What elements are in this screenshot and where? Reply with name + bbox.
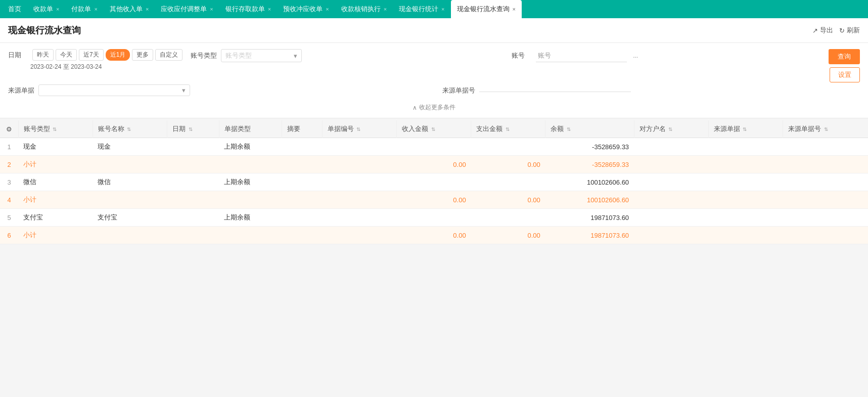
close-icon[interactable]: × <box>210 6 213 12</box>
account-type-group: 账号类型 账号类型 ▾ <box>191 49 499 62</box>
cell-income: 0.00 <box>396 156 471 173</box>
source-bill-group: 来源单据 ▾ <box>8 84 426 96</box>
cell-index: 3 <box>0 173 18 191</box>
nav-label-receipt: 收款单 <box>33 5 53 14</box>
date-range-display: 2023-02-24 至 2023-03-24 <box>30 63 102 70</box>
cell-summary <box>282 138 322 156</box>
table-row[interactable]: 1现金现金上期余额-3528659.33 <box>0 138 868 156</box>
sort-icon: ⇅ <box>567 126 571 132</box>
nav-item-ar-adjust[interactable]: 应收应付调整单 × <box>155 0 219 18</box>
table-row[interactable]: 4小计0.000.00100102606.60 <box>0 191 868 209</box>
nav-label-other-income: 其他收入单 <box>110 5 143 14</box>
more-icon[interactable]: ... <box>633 52 638 59</box>
nav-label-payment: 付款单 <box>71 5 91 14</box>
nav-item-bank-transfer[interactable]: 银行存取款单 × <box>219 0 277 18</box>
th-income[interactable]: 收入金额 ⇅ <box>396 120 471 138</box>
nav-label-ar-adjust: 应收应付调整单 <box>161 5 207 14</box>
cell-expense <box>471 138 545 156</box>
date-btn-more[interactable]: 更多 <box>132 49 153 61</box>
th-account-name[interactable]: 账号名称 ⇅ <box>93 120 167 138</box>
cell-account_type: 小计 <box>18 191 93 209</box>
nav-label-flow-query: 现金银行流水查询 <box>457 5 510 14</box>
close-icon[interactable]: × <box>268 6 271 12</box>
nav-item-home[interactable]: 首页 <box>2 0 27 18</box>
nav-item-flow-query[interactable]: 现金银行流水查询 × <box>451 0 522 18</box>
cell-balance: 100102606.60 <box>545 173 634 191</box>
close-icon[interactable]: × <box>513 6 516 12</box>
query-button[interactable]: 查询 <box>829 49 860 64</box>
date-btn-1month[interactable]: 近1月 <box>106 49 130 61</box>
cell-bill_type: 上期余额 <box>219 173 282 191</box>
close-icon[interactable]: × <box>56 6 59 12</box>
table-body: 1现金现金上期余额-3528659.332小计0.000.00-3528659.… <box>0 138 868 244</box>
cell-date <box>167 173 219 191</box>
table-row[interactable]: 6小计0.000.0019871073.60 <box>0 227 868 244</box>
account-type-select[interactable]: 账号类型 ▾ <box>221 49 302 62</box>
account-input[interactable]: 账号 <box>536 50 627 62</box>
close-icon[interactable]: × <box>384 6 387 12</box>
close-icon[interactable]: × <box>441 6 444 12</box>
close-icon[interactable]: × <box>146 6 149 12</box>
cell-bill_no <box>322 138 396 156</box>
cell-balance: 19871073.60 <box>545 227 634 244</box>
date-btn-custom[interactable]: 自定义 <box>155 49 182 61</box>
th-counterpart[interactable]: 对方户名 ⇅ <box>634 120 708 138</box>
th-date[interactable]: 日期 ⇅ <box>167 120 219 138</box>
collapse-button[interactable]: ∧ 收起更多条件 <box>8 101 860 114</box>
table-row[interactable]: 2小计0.000.00-3528659.33 <box>0 156 868 173</box>
table-row[interactable]: 5支付宝支付宝上期余额19871073.60 <box>0 209 868 227</box>
th-source-bill-no[interactable]: 来源单据号 ⇅ <box>783 120 868 138</box>
th-balance[interactable]: 余额 ⇅ <box>545 120 634 138</box>
th-account-type[interactable]: 账号类型 ⇅ <box>18 120 93 138</box>
sort-icon: ⇅ <box>356 126 360 132</box>
cell-account_name: 微信 <box>93 173 167 191</box>
th-bill-type[interactable]: 单据类型 <box>219 120 282 138</box>
table-row[interactable]: 3微信微信上期余额100102606.60 <box>0 173 868 191</box>
th-bill-type-label: 单据类型 <box>224 125 251 133</box>
cell-counterpart <box>634 173 708 191</box>
cell-counterpart <box>634 209 708 227</box>
cell-account_type: 小计 <box>18 227 93 244</box>
source-bill-no-input[interactable] <box>479 89 631 92</box>
close-icon[interactable]: × <box>326 6 329 12</box>
th-expense-label: 支出金额 <box>476 125 502 133</box>
nav-item-receipt[interactable]: 收款单 × <box>27 0 65 18</box>
filter-top-row: 日期 昨天 今天 近7天 近1月 更多 自定义 2023-02-24 至 202… <box>8 49 860 82</box>
date-btn-yesterday[interactable]: 昨天 <box>32 49 54 61</box>
setting-button[interactable]: 设置 <box>830 67 860 82</box>
cell-source_bill_no <box>783 227 868 244</box>
cell-date <box>167 227 219 244</box>
cell-income <box>396 209 471 227</box>
cell-bill_no <box>322 173 396 191</box>
th-bill-no[interactable]: 单据编号 ⇅ <box>322 120 396 138</box>
refresh-button[interactable]: ↻ 刷新 <box>839 26 860 35</box>
cell-index: 2 <box>0 156 18 173</box>
cell-expense <box>471 209 545 227</box>
sort-icon: ⇅ <box>506 126 510 132</box>
cell-bill_type <box>219 156 282 173</box>
th-settings[interactable]: ⚙ <box>0 120 18 138</box>
cell-source_bill <box>708 156 783 173</box>
cell-account_name <box>93 191 167 209</box>
cell-expense: 0.00 <box>471 227 545 244</box>
export-button[interactable]: ↗ 导出 <box>812 26 833 35</box>
nav-item-verify[interactable]: 收款核销执行 × <box>335 0 393 18</box>
header-actions: ↗ 导出 ↻ 刷新 <box>812 26 860 35</box>
date-btn-7days[interactable]: 近7天 <box>79 49 104 61</box>
nav-item-statistics[interactable]: 现金银行统计 × <box>393 0 450 18</box>
cell-bill_no <box>322 209 396 227</box>
date-btn-today[interactable]: 今天 <box>56 49 77 61</box>
th-expense[interactable]: 支出金额 ⇅ <box>471 120 545 138</box>
th-source-bill[interactable]: 来源单据 ⇅ <box>708 120 783 138</box>
nav-item-payment[interactable]: 付款单 × <box>65 0 103 18</box>
th-summary[interactable]: 摘要 <box>282 120 322 138</box>
account-placeholder: 账号 <box>538 51 551 60</box>
nav-item-prepaid[interactable]: 预收冲应收单 × <box>277 0 335 18</box>
source-bill-select[interactable]: ▾ <box>38 84 190 96</box>
table-area: ⚙ 账号类型 ⇅ 账号名称 ⇅ 日期 ⇅ 单据类型 摘要 <box>0 120 868 244</box>
nav-item-other-income[interactable]: 其他收入单 × <box>104 0 155 18</box>
data-table: ⚙ 账号类型 ⇅ 账号名称 ⇅ 日期 ⇅ 单据类型 摘要 <box>0 120 868 244</box>
close-icon[interactable]: × <box>94 6 97 12</box>
cell-date <box>167 191 219 209</box>
cell-bill_type <box>219 227 282 244</box>
